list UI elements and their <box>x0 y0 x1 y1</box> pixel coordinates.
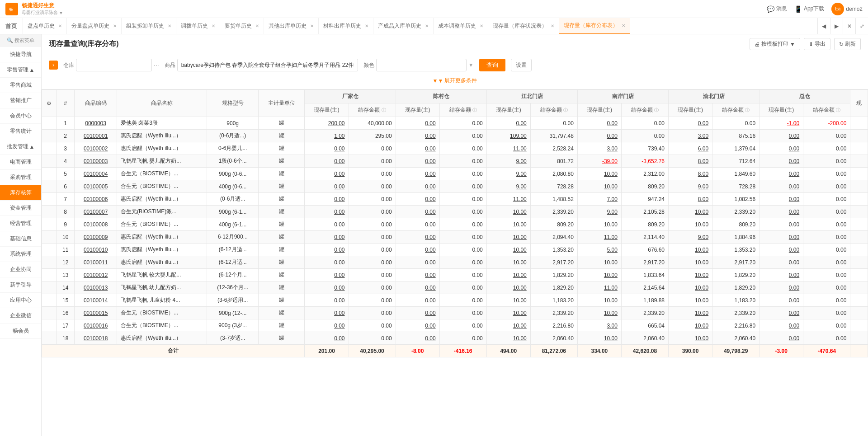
row-nanan-stock[interactable]: 10.00 <box>577 168 621 180</box>
row-factory-stock[interactable]: 0.00 <box>305 142 349 155</box>
row-yubei-stock[interactable]: 8.00 <box>669 168 712 180</box>
refresh-btn[interactable]: ↻ 刷新 <box>834 38 861 50</box>
filter-toggle-btn[interactable]: › <box>49 61 58 70</box>
row-factory-stock[interactable]: 0.00 <box>305 155 349 168</box>
goods-input[interactable] <box>177 59 358 71</box>
row-nanan-stock[interactable]: -39.00 <box>577 155 621 168</box>
row-factory-stock[interactable]: 0.00 <box>305 218 349 231</box>
sidebar-item-basics[interactable]: 基础信息 <box>0 231 41 247</box>
row-factory-stock[interactable]: 0.00 <box>305 269 349 281</box>
row-jiangbei-stock[interactable]: 109.00 <box>486 130 530 142</box>
row-yubei-stock[interactable]: 10.00 <box>669 281 712 294</box>
print-btn[interactable]: 🖨 按模板打印 ▼ <box>750 38 800 50</box>
message-btn[interactable]: 💬 消息 <box>767 5 787 13</box>
search-btn[interactable]: 查询 <box>479 59 505 71</box>
row-yubei-stock[interactable]: 3.00 <box>669 130 712 142</box>
sidebar-item-management[interactable]: 经营管理 <box>0 216 41 231</box>
row-factory-stock[interactable]: 0.00 <box>305 307 349 319</box>
row-total-stock[interactable]: 0.00 <box>760 256 803 269</box>
row-chenma-stock[interactable]: 0.00 <box>396 332 439 345</box>
row-chenma-stock[interactable]: 0.00 <box>396 307 439 319</box>
row-yubei-stock[interactable]: 10.00 <box>669 206 712 218</box>
tab-other-out[interactable]: 其他出库单历史 ✕ <box>264 18 319 34</box>
row-chenma-stock[interactable]: 0.00 <box>396 231 439 244</box>
row-nanan-stock[interactable]: 7.00 <box>577 193 621 206</box>
sidebar-item-finance[interactable]: 资金管理 <box>0 201 41 216</box>
row-code[interactable]: 00100015 <box>75 307 117 319</box>
tab-transfer[interactable]: 调拨单历史 ✕ <box>176 18 220 34</box>
row-chenma-stock[interactable]: 0.00 <box>396 206 439 218</box>
app-download-btn[interactable]: 📱 App下载 <box>794 5 824 13</box>
row-code[interactable]: 00100002 <box>75 142 117 155</box>
row-total-stock[interactable]: 0.00 <box>760 319 803 332</box>
row-code[interactable]: 00100018 <box>75 332 117 345</box>
sidebar-item-retail-stat[interactable]: 零售统计 <box>0 124 41 139</box>
row-yubei-stock[interactable]: 6.00 <box>669 142 712 155</box>
row-code[interactable]: 00100014 <box>75 294 117 307</box>
row-jiangbei-stock[interactable]: 10.00 <box>486 256 530 269</box>
row-factory-stock[interactable]: 0.00 <box>305 281 349 294</box>
sidebar-item-retail[interactable]: 零售管理 ▲ <box>0 62 41 78</box>
sidebar-item-guide[interactable]: 新手引导 <box>0 277 41 293</box>
row-code[interactable]: 0000003 <box>75 117 117 130</box>
sidebar-item-ecommerce[interactable]: 电商管理 <box>0 155 41 170</box>
sidebar-search[interactable]: 🔍 搜索英单 <box>0 34 41 47</box>
warehouse-more-btn[interactable]: ··· <box>154 61 159 69</box>
row-chenma-stock[interactable]: 0.00 <box>396 269 439 281</box>
sidebar-item-retail-mall[interactable]: 零售商城 <box>0 78 41 93</box>
row-chenma-stock[interactable]: 0.00 <box>396 155 439 168</box>
tab-prev-btn[interactable]: ◀ <box>817 18 830 34</box>
row-jiangbei-stock[interactable]: 0.00 <box>486 117 530 130</box>
sidebar-quick-nav[interactable]: 快捷导航 <box>0 47 41 62</box>
row-nanan-stock[interactable]: 10.00 <box>577 218 621 231</box>
row-total-stock[interactable]: 0.00 <box>760 269 803 281</box>
row-yubei-stock[interactable]: 9.00 <box>669 231 712 244</box>
row-chenma-stock[interactable]: 0.00 <box>396 180 439 193</box>
row-factory-stock[interactable]: 0.00 <box>305 244 349 256</box>
warehouse-input[interactable] <box>76 59 152 71</box>
tab-assembly[interactable]: 组装拆卸单历史 ✕ <box>122 18 176 34</box>
row-total-stock[interactable]: 0.00 <box>760 155 803 168</box>
close-icon[interactable]: ✕ <box>551 23 554 28</box>
tab-home[interactable]: 首页 <box>0 18 23 34</box>
tab-partial-count[interactable]: 分量盘点单历史 ✕ <box>67 18 122 34</box>
row-yubei-stock[interactable]: 8.00 <box>669 193 712 206</box>
row-code[interactable]: 00100005 <box>75 180 117 193</box>
row-chenma-stock[interactable]: 0.00 <box>396 193 439 206</box>
row-factory-stock[interactable]: 0.00 <box>305 256 349 269</box>
row-factory-stock[interactable]: 0.00 <box>305 193 349 206</box>
row-total-stock[interactable]: -1.00 <box>760 117 803 130</box>
close-icon[interactable]: ✕ <box>365 23 368 28</box>
close-icon[interactable]: ✕ <box>113 23 117 28</box>
row-chenma-stock[interactable]: 0.00 <box>396 168 439 180</box>
row-code[interactable]: 00100013 <box>75 281 117 294</box>
row-jiangbei-stock[interactable]: 10.00 <box>486 206 530 218</box>
row-total-stock[interactable]: 0.00 <box>760 332 803 345</box>
row-total-stock[interactable]: 0.00 <box>760 193 803 206</box>
row-nanan-stock[interactable]: 11.00 <box>577 281 621 294</box>
row-yubei-stock[interactable]: 8.00 <box>669 155 712 168</box>
row-nanan-stock[interactable]: 3.00 <box>577 142 621 155</box>
row-chenma-stock[interactable]: 0.00 <box>396 117 439 130</box>
row-yubei-stock[interactable]: 0.00 <box>669 117 712 130</box>
sidebar-item-wechat[interactable]: 企业微信 <box>0 308 41 323</box>
row-total-stock[interactable]: 0.00 <box>760 130 803 142</box>
row-yubei-stock[interactable]: 10.00 <box>669 307 712 319</box>
sidebar-item-collab[interactable]: 企业协同 <box>0 262 41 277</box>
tab-inventory-count[interactable]: 盘点单历史 ✕ <box>23 18 67 34</box>
close-icon[interactable]: ✕ <box>168 23 171 28</box>
close-icon[interactable]: ✕ <box>255 23 259 28</box>
row-jiangbei-stock[interactable]: 11.00 <box>486 193 530 206</box>
row-jiangbei-stock[interactable]: 11.00 <box>486 142 530 155</box>
row-factory-stock[interactable]: 0.00 <box>305 168 349 180</box>
row-yubei-stock[interactable]: 10.00 <box>669 244 712 256</box>
row-nanan-stock[interactable]: 9.00 <box>577 206 621 218</box>
row-code[interactable]: 00100016 <box>75 319 117 332</box>
row-nanan-stock[interactable]: 10.00 <box>577 256 621 269</box>
settings-btn[interactable]: 设置 <box>511 59 532 71</box>
row-code[interactable]: 00100012 <box>75 269 117 281</box>
row-chenma-stock[interactable]: 0.00 <box>396 142 439 155</box>
row-yubei-stock[interactable]: 9.00 <box>669 180 712 193</box>
row-factory-stock[interactable]: 0.00 <box>305 180 349 193</box>
row-factory-stock[interactable]: 0.00 <box>305 332 349 345</box>
